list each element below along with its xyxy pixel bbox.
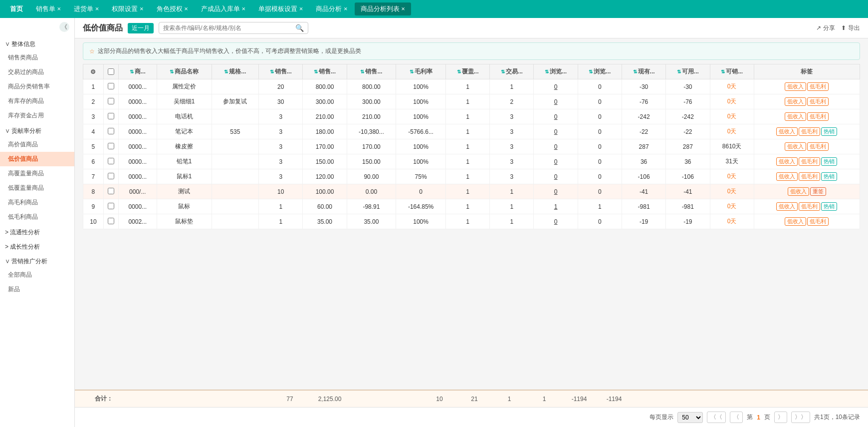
row-checkbox[interactable]	[108, 98, 114, 104]
browse1-link[interactable]: 0	[554, 83, 558, 90]
row-checkbox[interactable]	[108, 203, 114, 209]
col-saleable[interactable]: ⇅可销...	[710, 64, 754, 79]
row-sale-amt2: -98.91	[347, 199, 396, 214]
sidebar-item-low-margin[interactable]: 低毛利商品	[0, 210, 74, 224]
row-available: -76	[666, 94, 710, 109]
sidebar-item-high-value[interactable]: 高价值商品	[0, 137, 74, 152]
row-available: -41	[666, 184, 710, 199]
row-checkbox[interactable]	[108, 173, 114, 179]
row-available: 36	[666, 154, 710, 169]
col-sale-amt[interactable]: ⇅销售...	[303, 64, 347, 79]
row-browse2: 0	[578, 109, 622, 124]
row-spec	[212, 184, 258, 199]
info-banner-text: 这部分商品的销售收入大幅低于商品平均销售收入，价值不高，可考虑调整营销策略，或是…	[98, 47, 361, 55]
sidebar-group-contribution[interactable]: ∨ 贡献率分析	[0, 123, 74, 137]
browse1-link[interactable]: 0	[554, 188, 558, 195]
col-available[interactable]: ⇅可用...	[666, 64, 710, 79]
nav-roles[interactable]: 角色授权 ×	[151, 2, 194, 15]
col-name[interactable]: ⇅商品名称	[157, 64, 212, 79]
nav-purchase[interactable]: 进货单 ×	[68, 2, 105, 15]
col-gross-rate[interactable]: ⇅毛利率	[396, 64, 446, 79]
sort-icon: ⇅	[130, 69, 134, 74]
time-badge[interactable]: 近一月	[128, 23, 154, 33]
share-button[interactable]: ↗ 分享	[816, 24, 835, 32]
sidebar-item-all-products[interactable]: 全部商品	[0, 268, 74, 282]
row-coverage: 1	[445, 184, 489, 199]
nav-product-entry[interactable]: 产成品入库单 ×	[195, 2, 251, 15]
row-checkbox[interactable]	[108, 83, 114, 89]
nav-analysis[interactable]: 商品分析 ×	[310, 2, 353, 15]
sidebar-item-high-margin[interactable]: 高毛利商品	[0, 195, 74, 210]
col-trade[interactable]: ⇅交易...	[490, 64, 534, 79]
sidebar-item-new-products[interactable]: 新品	[0, 282, 74, 297]
col-browse1[interactable]: ⇅浏览...	[534, 64, 578, 79]
table-row: 5 0000... 橡皮擦 3 170.00 170.00 100% 1 3 0…	[83, 139, 860, 154]
nav-analysis-list[interactable]: 商品分析列表 ×	[355, 2, 411, 15]
nav-permissions[interactable]: 权限设置 ×	[106, 2, 149, 15]
per-page-select[interactable]: 50 100 200	[677, 412, 703, 423]
prev-page-btn[interactable]: 〈	[730, 412, 743, 423]
row-browse1: 0	[534, 169, 578, 184]
table-wrapper: ⚙ ⇅商... ⇅商品名称 ⇅规格... ⇅销售... ⇅销售... ⇅销售..…	[75, 64, 868, 390]
sort-icon: ⇅	[633, 69, 637, 74]
row-browse1: 0	[534, 124, 578, 139]
search-icon[interactable]: 🔍	[295, 24, 304, 32]
sidebar-item-sales-products[interactable]: 销售类商品	[0, 50, 74, 65]
col-checkbox	[103, 64, 118, 79]
col-gear[interactable]: ⚙	[83, 64, 104, 79]
row-checkbox[interactable]	[108, 113, 114, 119]
sidebar-item-low-coverage[interactable]: 低覆盖量商品	[0, 181, 74, 195]
select-all-checkbox[interactable]	[108, 68, 114, 75]
sidebar-group-growth[interactable]: > 成长性分析	[0, 239, 74, 253]
row-checkbox[interactable]	[108, 128, 114, 134]
sidebar-item-category-sales[interactable]: 商品分类销售率	[0, 79, 74, 94]
tag: 低收入	[776, 202, 798, 211]
browse1-link[interactable]: 0	[554, 158, 558, 165]
col-stock[interactable]: ⇅现有...	[622, 64, 665, 79]
sidebar-item-stock-capital[interactable]: 库存资金占用	[0, 108, 74, 123]
browse1-link[interactable]: 0	[554, 128, 558, 135]
sidebar-item-high-coverage[interactable]: 高覆盖量商品	[0, 166, 74, 181]
col-coverage[interactable]: ⇅覆盖...	[445, 64, 489, 79]
sidebar-item-in-stock[interactable]: 有库存的商品	[0, 94, 74, 108]
row-sale-amt2: 90.00	[347, 169, 396, 184]
row-checkbox[interactable]	[108, 188, 114, 194]
browse1-link[interactable]: 0	[554, 113, 558, 120]
export-button[interactable]: ⬆ 导出	[841, 24, 860, 32]
search-input[interactable]	[163, 24, 293, 31]
row-sale-amt: 170.00	[303, 139, 347, 154]
browse1-link[interactable]: 0	[554, 98, 558, 105]
browse1-link[interactable]: 1	[554, 203, 558, 210]
browse1-link[interactable]: 0	[554, 143, 558, 150]
nav-sales[interactable]: 销售单 ×	[30, 2, 67, 15]
sidebar-group-marketing[interactable]: ∨ 营销推广分析	[0, 253, 74, 268]
row-days: 0天	[710, 79, 754, 94]
col-code[interactable]: ⇅商...	[118, 64, 157, 79]
row-browse2: 0	[578, 184, 622, 199]
nav-template[interactable]: 单据模板设置 ×	[252, 2, 309, 15]
col-sale-qty[interactable]: ⇅销售...	[259, 64, 303, 79]
row-checkbox[interactable]	[108, 218, 114, 224]
sidebar-group-circulation[interactable]: > 流通性分析	[0, 224, 74, 239]
sidebar-item-traded[interactable]: 交易过的商品	[0, 65, 74, 79]
nav-home[interactable]: 首页	[4, 2, 29, 15]
col-sale-amt2[interactable]: ⇅销售...	[347, 64, 396, 79]
last-page-btn[interactable]: 〉〉	[791, 412, 810, 423]
next-page-btn[interactable]: 〉	[774, 412, 787, 423]
row-checkbox-cell	[103, 214, 118, 229]
sidebar-group-overall[interactable]: ∨ 整体信息	[0, 36, 74, 50]
row-checkbox-cell	[103, 199, 118, 214]
footer-browse1: 1	[492, 396, 527, 403]
browse1-link[interactable]: 0	[554, 218, 558, 225]
sidebar-collapse-btn[interactable]: 《	[59, 22, 69, 32]
col-browse2[interactable]: ⇅浏览...	[578, 64, 622, 79]
sidebar-item-low-value[interactable]: 低价值商品	[0, 152, 74, 166]
first-page-btn[interactable]: 〈〈	[707, 412, 726, 423]
row-checkbox[interactable]	[108, 143, 114, 149]
row-checkbox[interactable]	[108, 158, 114, 164]
row-available: -981	[666, 199, 710, 214]
browse1-link[interactable]: 0	[554, 173, 558, 180]
col-spec[interactable]: ⇅规格...	[212, 64, 258, 79]
row-name: 笔记本	[157, 124, 212, 139]
row-name: 鼠标垫	[157, 214, 212, 229]
